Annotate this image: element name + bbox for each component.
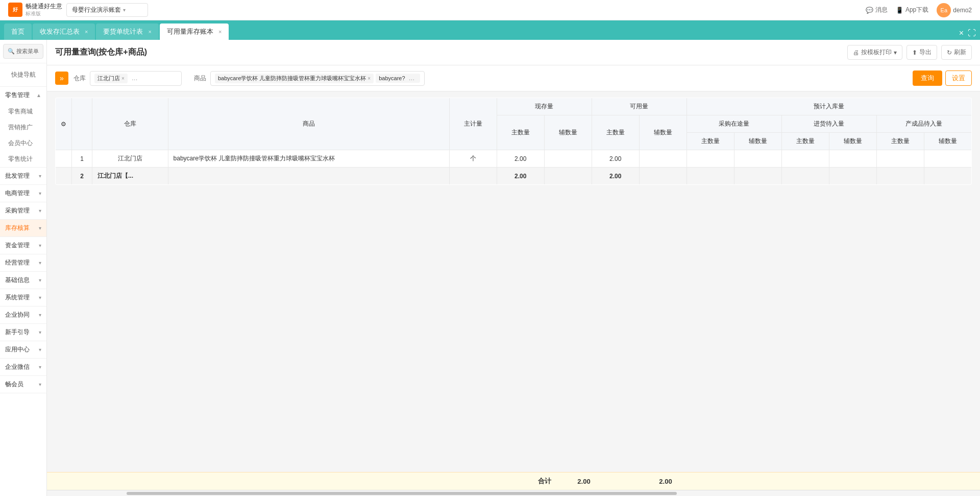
- product-tag-1-close[interactable]: ×: [368, 76, 371, 81]
- workspace-selector[interactable]: 母婴行业演示账套 ▾: [66, 3, 148, 17]
- logo-text: 畅捷通好生意: [26, 3, 62, 10]
- warehouse-tag-close[interactable]: ×: [121, 76, 125, 81]
- app-download-label: App下载: [905, 6, 928, 14]
- tab-shoufacun-close[interactable]: ×: [85, 29, 88, 35]
- sidebar-section-zijin: 资金管理 ▾: [0, 237, 46, 254]
- sidebar-section-changhui: 畅会员 ▾: [0, 376, 46, 393]
- tab-shoufacun[interactable]: 收发存汇总表 ×: [33, 23, 95, 40]
- sidebar-section-jingying-arrow: ▾: [39, 260, 41, 266]
- sidebar-section-zijin-label: 资金管理: [5, 241, 30, 250]
- product-tag-2[interactable]: babycare? …: [376, 74, 420, 83]
- sidebar-section-yingyong-header[interactable]: 应用中心 ▾: [0, 341, 46, 358]
- sidebar-section-zijin-header[interactable]: 资金管理 ▾: [0, 237, 46, 254]
- sidebar-quick-nav: 快捷导航: [0, 63, 46, 87]
- print-button[interactable]: 🖨 按模板打印 ▾: [847, 45, 902, 60]
- tab-kyyuliang-close[interactable]: ×: [218, 29, 222, 35]
- sidebar-section-dianshang-header[interactable]: 电商管理 ▾: [0, 185, 46, 202]
- sidebar-section-pifa-header[interactable]: 批发管理 ▾: [0, 168, 46, 184]
- td-settings: [56, 150, 72, 168]
- sidebar-section-xinshou-header[interactable]: 新手引导 ▾: [0, 324, 46, 341]
- warehouse-filter-more[interactable]: …: [130, 75, 140, 82]
- sidebar-section-qiyeweixin-arrow: ▾: [39, 364, 41, 370]
- sidebar-section-jichu-header[interactable]: 基础信息 ▾: [0, 272, 46, 289]
- user-profile[interactable]: Ea demo2: [937, 3, 972, 17]
- fullscreen-icon[interactable]: ⛶: [968, 29, 976, 38]
- page-actions: 🖨 按模板打印 ▾ ⬆ 导出 ↻ 刷新: [847, 45, 972, 60]
- nav-tabs-actions: × ⛶: [959, 29, 976, 40]
- sidebar-section-yingyong-label: 应用中心: [5, 345, 30, 354]
- th-incoming-main: 主数量: [781, 133, 829, 150]
- product-filter-input[interactable]: babycare学饮杯 儿童防摔防撞吸管杯重力球吸嘴杯宝宝水杯 × babyca…: [210, 71, 425, 86]
- sidebar-section-xinshou-arrow: ▾: [39, 329, 41, 335]
- sidebar-section-qiye-header[interactable]: 企业协同 ▾: [0, 306, 46, 323]
- sidebar-item-quick-nav[interactable]: 快捷导航: [0, 66, 46, 83]
- query-button[interactable]: 查询: [913, 70, 942, 86]
- tab-yaohuo-close[interactable]: ×: [148, 29, 151, 35]
- sidebar-item-lingling-stat[interactable]: 零售统计: [0, 151, 46, 167]
- sidebar-section-qiye-arrow: ▾: [39, 312, 41, 318]
- th-incoming-aux: 辅数量: [829, 133, 876, 150]
- td-settings-2: [56, 168, 72, 185]
- tab-kyyuliang-label: 可用量库存账本: [167, 27, 213, 36]
- sidebar-section-kucun: 库存核算 ▾: [0, 220, 46, 237]
- th-incoming-group: 进货待入量: [781, 115, 876, 133]
- table-container: ⚙ 仓库 商品 主计量 现存量 可用量 预计入库量 主数量 辅数量 主数量 辅数…: [47, 91, 980, 472]
- td-product-main-1: [876, 150, 924, 168]
- sidebar-section-changhui-header[interactable]: 畅会员 ▾: [0, 376, 46, 393]
- top-bar-right: 💬 消息 📱 App下载 Ea demo2: [866, 3, 972, 17]
- filter-toggle-button[interactable]: »: [55, 72, 68, 85]
- message-button[interactable]: 💬 消息: [866, 6, 888, 14]
- filter-row: 仓库 江北门店 × … 商品 babycare学饮杯 儿童防摔防撞吸管杯重力球吸…: [74, 71, 908, 86]
- horizontal-scrollbar-thumb[interactable]: [127, 492, 677, 495]
- sidebar-section-caigou-header[interactable]: 采购管理 ▾: [0, 202, 46, 219]
- sidebar-item-huiyuan[interactable]: 会员中心: [0, 135, 46, 151]
- sidebar-item-lingling-shop[interactable]: 零售商城: [0, 104, 46, 120]
- top-bar-left: 好 畅捷通好生意 标准版 母婴行业演示账套 ▾: [8, 3, 148, 17]
- sidebar-section-lingling-header[interactable]: 零售管理 ▲: [0, 87, 46, 104]
- export-button[interactable]: ⬆ 导出: [906, 45, 937, 60]
- th-settings: ⚙: [56, 98, 72, 150]
- sidebar-section-lingling: 零售管理 ▲ 零售商城 营销推广 会员中心 零售统计: [0, 87, 46, 168]
- sidebar-section-dianshang: 电商管理 ▾: [0, 185, 46, 202]
- td-incoming-main-1: [781, 150, 829, 168]
- td-product-aux-2: [924, 168, 971, 185]
- tab-yaohuo[interactable]: 要货单统计表 ×: [96, 23, 158, 40]
- sidebar-search-button[interactable]: 🔍 搜索菜单: [3, 44, 43, 59]
- td-available-main-2: 2.00: [592, 168, 639, 185]
- th-available-main: 主数量: [592, 115, 639, 150]
- refresh-button[interactable]: ↻ 刷新: [941, 45, 972, 60]
- sidebar-section-caigou-label: 采购管理: [5, 206, 30, 215]
- th-stock-group: 现存量: [497, 98, 592, 115]
- app-download-button[interactable]: 📱 App下载: [896, 6, 928, 14]
- sidebar-section-xitong-header[interactable]: 系统管理 ▾: [0, 289, 46, 306]
- print-label: 按模板打印: [861, 48, 892, 57]
- td-warehouse-1: 江北门店: [92, 150, 168, 168]
- workspace-name: 母婴行业演示账套: [72, 6, 121, 14]
- sidebar-section-changhui-arrow: ▾: [39, 382, 41, 387]
- sidebar-section-jichu-arrow: ▾: [39, 277, 41, 283]
- td-available-aux-2: [639, 168, 687, 185]
- sidebar-item-yingxiao[interactable]: 营销推广: [0, 120, 46, 135]
- sidebar-section-lingling-label: 零售管理: [5, 91, 30, 100]
- filter-actions: 查询 设置: [913, 70, 972, 86]
- logo-text-area: 畅捷通好生意 标准版: [26, 3, 62, 17]
- product-tag-1[interactable]: babycare学饮杯 儿童防摔防撞吸管杯重力球吸嘴杯宝宝水杯 ×: [215, 74, 374, 83]
- tab-home[interactable]: 首页: [4, 23, 32, 40]
- td-product-2: [168, 168, 449, 185]
- warehouse-tag-1[interactable]: 江北门店 ×: [94, 74, 128, 83]
- td-incoming-aux-2: [829, 168, 876, 185]
- app-icon: 📱: [896, 7, 903, 14]
- close-all-icon[interactable]: ×: [959, 29, 964, 38]
- sidebar-section-jingying-header[interactable]: 经营管理 ▾: [0, 254, 46, 271]
- settings-button[interactable]: 设置: [945, 70, 972, 86]
- warehouse-filter-input[interactable]: 江北门店 × …: [90, 71, 182, 86]
- refresh-label: 刷新: [954, 48, 966, 57]
- sidebar-section-xitong-arrow: ▾: [39, 295, 41, 300]
- product-tag-more[interactable]: …: [407, 75, 417, 82]
- sidebar-section-kucun-header[interactable]: 库存核算 ▾: [0, 220, 46, 237]
- td-product-aux-1: [924, 150, 971, 168]
- tab-kyyuliang[interactable]: 可用量库存账本 ×: [160, 23, 229, 40]
- table-row: 1 江北门店 babycare学饮杯 儿童防摔防撞吸管杯重力球吸嘴杯宝宝水杯 个…: [56, 150, 972, 168]
- sidebar-section-qiyeweixin-header[interactable]: 企业微信 ▾: [0, 359, 46, 375]
- print-icon: 🖨: [853, 49, 859, 56]
